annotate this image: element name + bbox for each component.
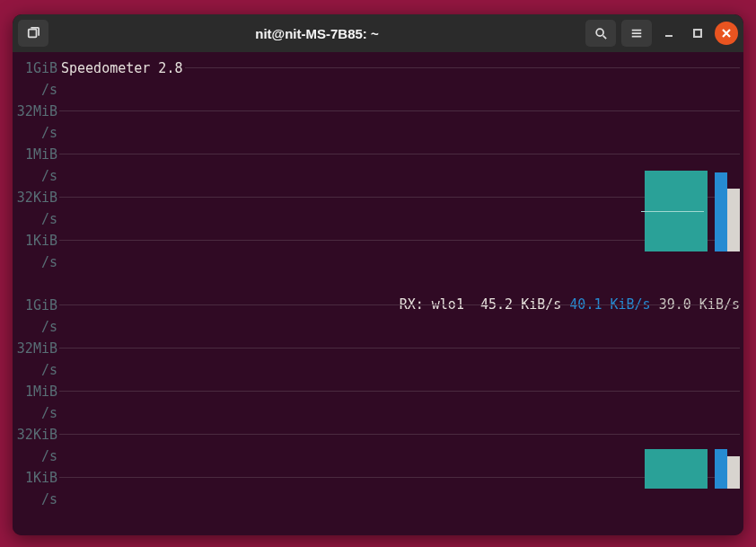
tx-iface: wlo1	[432, 534, 464, 535]
svg-rect-0	[29, 30, 37, 38]
gridline	[59, 154, 740, 154]
gridline	[59, 240, 740, 241]
bar	[715, 449, 727, 489]
tx-min: 1.09 KiB/s	[659, 534, 740, 535]
hamburger-icon	[630, 27, 643, 40]
rx-y-axis: 1GiB/s32MiB/s1MiB/s32KiB/s1KiB/s	[13, 57, 59, 273]
terminal-body[interactable]: 1GiB/s32MiB/s1MiB/s32KiB/s1KiB/s Speedom…	[13, 52, 743, 535]
gridline	[59, 434, 740, 435]
tx-status: TX: wlo1 1.56 KiB/s 1.16 KiB/s 1.09 KiB/…	[334, 512, 740, 532]
gridline	[59, 304, 740, 305]
search-icon	[594, 27, 607, 40]
bar	[715, 172, 727, 251]
tx-chart: 1GiB/s32MiB/s1MiB/s32KiB/s1KiB/s TX: wlo…	[13, 295, 743, 532]
gridline	[59, 110, 740, 111]
gridline	[59, 477, 740, 478]
svg-point-1	[596, 29, 603, 36]
tx-y-axis: 1GiB/s32MiB/s1MiB/s32KiB/s1KiB/s	[13, 295, 59, 510]
new-tab-button[interactable]	[18, 20, 48, 47]
window-title: nit@nit-MS-7B85: ~	[52, 26, 582, 41]
gridline	[59, 348, 740, 348]
rx-bars	[645, 36, 740, 251]
terminal-window: nit@nit-MS-7B85: ~ 1GiB/s32MiB/s1MiB/s32…	[13, 14, 743, 535]
bar	[727, 456, 740, 489]
tx-label: TX:	[400, 534, 424, 535]
tx-avg: 1.16 KiB/s	[569, 534, 650, 535]
titlebar: nit@nit-MS-7B85: ~	[13, 14, 743, 52]
rx-chart: 1GiB/s32MiB/s1MiB/s32KiB/s1KiB/s Speedom…	[13, 57, 743, 295]
gridline	[59, 391, 740, 392]
gridline	[59, 197, 740, 198]
app-title: Speedometer 2.8	[59, 57, 182, 79]
bar	[645, 449, 676, 489]
search-button[interactable]	[585, 20, 616, 47]
tx-plot	[59, 295, 740, 510]
bar	[676, 449, 708, 489]
rx-plot: Speedometer 2.8	[59, 57, 740, 273]
tx-current: 1.56 KiB/s	[480, 534, 561, 535]
rx-avg-marker	[641, 211, 704, 213]
tx-bars	[645, 273, 740, 489]
bar	[727, 189, 740, 251]
